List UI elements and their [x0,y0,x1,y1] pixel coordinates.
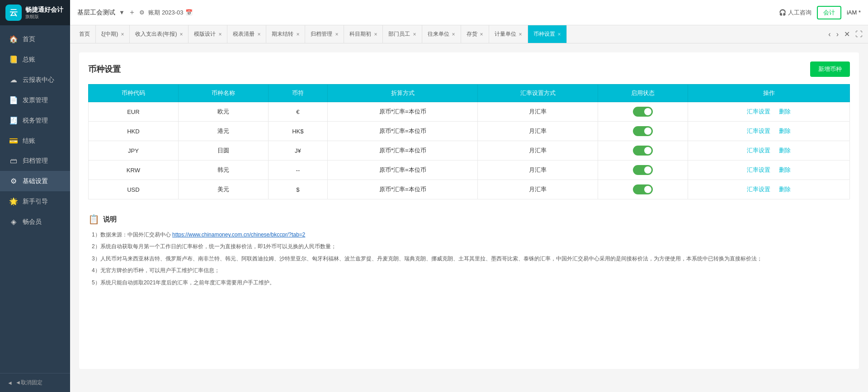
table-row: HKD 港元 HK$ 原币*汇率=本位币 月汇率 汇率设置 删除 [89,122,850,141]
tab-close-contact[interactable]: × [452,31,455,38]
sidebar-item-checkout[interactable]: 💳结账 [0,131,70,151]
delete-3[interactable]: 删除 [779,166,791,173]
tab-label-template: 模版设计 [194,30,216,38]
guide-icon: 🌟 [9,197,18,206]
new-currency-button[interactable]: 新增币种 [810,61,850,77]
rate-setting-3[interactable]: 汇率设置 [747,166,770,173]
service-button[interactable]: 🎧 人工咨询 [779,9,811,17]
toggle-0[interactable] [633,107,653,117]
tab-close-balance[interactable]: × [121,31,124,38]
tab-label-subjects: 科目期初 [349,30,371,38]
tab-close-template[interactable]: × [218,31,222,38]
sidebar-nav: 🏠首页📒总账☁云报表中心📄发票管理🧾税务管理💳结账🗃归档管理⚙基础设置🌟新手引导… [0,29,70,232]
sidebar-item-tax[interactable]: 🧾税务管理 [0,110,70,131]
tab-label-balance: ξ(中期) [101,30,118,38]
rate-setting-4[interactable]: 汇率设置 [747,186,770,193]
add-icon[interactable]: ＋ [128,8,136,17]
tab-stock[interactable]: 存货× [461,25,489,43]
sidebar-footer[interactable]: ◄ ◄取消固定 [0,373,70,392]
tab-tax_clear[interactable]: 税表清册× [227,25,266,43]
delete-4[interactable]: 删除 [779,186,791,193]
toggle-2[interactable] [633,146,653,156]
sidebar-item-settings[interactable]: ⚙基础设置 [0,171,70,191]
toggle-3[interactable] [633,165,653,175]
toggle-4[interactable] [633,184,653,194]
tab-close-currency[interactable]: × [558,31,561,38]
tab-income[interactable]: 收入支出表(年报)× [130,25,189,43]
tab-close-subjects[interactable]: × [374,31,377,38]
cell-calc-3: 原币*汇率=本位币 [328,161,478,180]
tab-label-filing: 归档管理 [311,30,332,38]
col-汇率设置方式: 汇率设置方式 [478,85,598,102]
tab-close-unit[interactable]: × [519,31,522,38]
tab-close-department[interactable]: × [413,31,416,38]
delete-1[interactable]: 删除 [779,128,791,134]
delete-2[interactable]: 删除 [779,147,791,154]
checkout-icon: 💳 [9,137,18,145]
table-row: JPY 日圆 J¥ 原币*汇率=本位币 月汇率 汇率设置 删除 [89,141,850,161]
cell-symbol-3: -- [268,161,328,180]
sidebar-item-member[interactable]: ◈畅会员 [0,212,70,232]
dropdown-icon[interactable]: ▼ [119,9,125,16]
cell-actions-3: 汇率设置 删除 [688,161,850,180]
notes-icon: 📋 [88,214,99,225]
page-title: 币种设置 [88,64,121,75]
sidebar-item-guide[interactable]: 🌟新手引导 [0,191,70,212]
cell-name-3: 韩元 [178,161,268,180]
toggle-1[interactable] [633,126,653,136]
rate-setting-0[interactable]: 汇率设置 [747,108,770,115]
invoice-label: 发票管理 [23,96,48,104]
notes-list: 1）数据来源：中国外汇交易中心 https://www.chinamoney.c… [88,230,850,287]
notes-header: 📋 说明 [88,214,850,225]
report-label: 云报表中心 [23,76,54,84]
sidebar-item-archive[interactable]: 🗃归档管理 [0,151,70,171]
tab-period_end[interactable]: 期末结转× [266,25,305,43]
cell-rate-type-4: 月汇率 [478,180,598,199]
tab-prev-icon[interactable]: ‹ [826,29,832,39]
accounting-button[interactable]: 会计 [817,6,841,19]
tab-close-stock[interactable]: × [480,31,483,38]
cell-toggle-0 [598,102,688,122]
tab-close-filing[interactable]: × [335,31,338,38]
table-body: EUR 欧元 € 原币*汇率=本位币 月汇率 汇率设置 删除 HKD 港元 HK… [89,102,850,199]
rate-setting-1[interactable]: 汇率设置 [747,128,770,134]
delete-0[interactable]: 删除 [779,108,791,115]
tab-close-icon[interactable]: ✕ [842,29,852,39]
tab-subjects[interactable]: 科目期初× [344,25,383,43]
header: 基层工会测试 ▼ ＋ ⚙ 账期 2023-03 📅 🎧 人工咨询 会计 iAM … [70,0,868,25]
notes-item-1: 2）系统自动获取每月第一个工作日的汇率标价，统一为直接标价法，即1外币可以兑换的… [92,242,850,251]
notes-item-3: 4）无官方牌价的币种，可以用户手工维护汇率信息； [92,266,850,275]
tab-next-icon[interactable]: › [835,29,840,39]
table-row: KRW 韩元 -- 原币*汇率=本位币 月汇率 汇率设置 删除 [89,161,850,180]
tab-balance[interactable]: ξ(中期)× [96,25,130,43]
tab-close-income[interactable]: × [179,31,183,38]
sidebar-item-ledger[interactable]: 📒总账 [0,49,70,70]
tab-controls: ‹ › ✕ ⛶ [826,29,864,39]
ledger-label: 总账 [23,56,35,64]
notes-link[interactable]: https://www.chinamoney.com.cn/chinese/bk… [172,231,305,238]
tab-label-department: 部门员工 [388,30,410,38]
tab-filing[interactable]: 归档管理× [305,25,344,43]
main-content: 币种设置 新增币种 币种代码币种名称币符折算方式汇率设置方式启用状态操作 EUR… [70,43,868,392]
tab-close-period_end[interactable]: × [296,31,299,38]
tab-contact[interactable]: 往来单位× [422,25,461,43]
tab-currency[interactable]: 币种设置× [528,25,567,43]
settings-icon[interactable]: ⚙ [139,9,145,16]
tab-expand-icon[interactable]: ⛶ [854,29,864,39]
rate-setting-2[interactable]: 汇率设置 [747,147,770,154]
cell-calc-2: 原币*汇率=本位币 [328,141,478,161]
logo-sub: 旗舰版 [25,14,63,20]
currency-table: 币种代码币种名称币符折算方式汇率设置方式启用状态操作 EUR 欧元 € 原币*汇… [88,84,850,199]
tab-close-tax_clear[interactable]: × [257,31,260,38]
tab-department[interactable]: 部门员工× [383,25,422,43]
header-left: 基层工会测试 ▼ ＋ ⚙ 账期 2023-03 📅 [77,8,193,17]
sidebar-item-home[interactable]: 🏠首页 [0,29,70,49]
tab-template[interactable]: 模版设计× [189,25,227,43]
cell-name-0: 欧元 [178,102,268,122]
tab-unit[interactable]: 计量单位× [489,25,528,43]
tab-home[interactable]: 首页 [74,25,96,43]
tab-label-income: 收入支出表(年报) [135,30,177,38]
sidebar-item-report[interactable]: ☁云报表中心 [0,70,70,90]
sidebar-item-invoice[interactable]: 📄发票管理 [0,90,70,110]
calendar-icon[interactable]: 📅 [185,9,193,16]
